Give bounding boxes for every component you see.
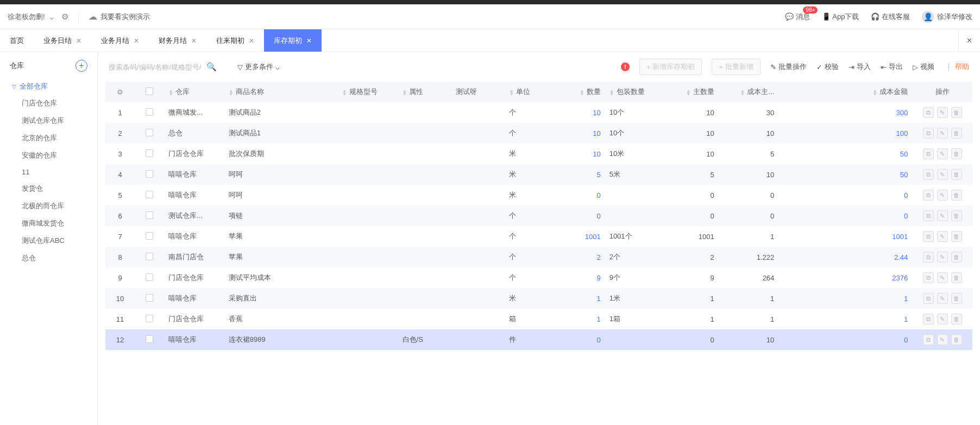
gear-icon[interactable]: ⚙ <box>117 88 123 96</box>
support-button[interactable]: 🎧 在线客服 <box>871 12 910 22</box>
tree-root[interactable]: ▽ 全部仓库 <box>0 78 97 95</box>
sort-icon[interactable]: ▲▼ <box>509 89 514 96</box>
import-button[interactable]: ⇥ 导入 <box>849 62 871 72</box>
tab-业务日结[interactable]: 业务日结✕ <box>34 29 91 52</box>
sort-icon[interactable]: ▲▼ <box>580 89 585 96</box>
edit-icon[interactable]: ✎ <box>937 334 948 345</box>
row-checkbox[interactable] <box>146 294 153 302</box>
sidebar-item[interactable]: 发货仓 <box>0 180 97 197</box>
close-all-tabs-button[interactable]: ✕ <box>958 29 980 52</box>
row-checkbox[interactable] <box>146 149 153 157</box>
sort-icon[interactable]: ▲▼ <box>168 89 173 96</box>
sidebar-item[interactable]: 11 <box>0 164 97 180</box>
table-row[interactable]: 10嘻嘻仓库采购直出米11米111⧉✎🗑 <box>105 288 972 309</box>
tab-往来期初[interactable]: 往来期初✕ <box>206 29 264 52</box>
table-row[interactable]: 5嘻嘻仓库呵呵米0000⧉✎🗑 <box>105 185 972 205</box>
copy-icon[interactable]: ⧉ <box>923 107 934 118</box>
sidebar-item[interactable]: 北京的仓库 <box>0 129 97 147</box>
tab-业务月结[interactable]: 业务月结✕ <box>91 29 149 52</box>
batch-operate-button[interactable]: ✎ 批量操作 <box>770 62 807 72</box>
row-checkbox[interactable] <box>146 129 153 136</box>
close-icon[interactable]: ✕ <box>134 37 139 45</box>
table-row[interactable]: 6测试仓库...项链个0000⧉✎🗑 <box>105 205 972 226</box>
table-row[interactable]: 12嘻嘻仓库连衣裙8989白色/S件00100⧉✎🗑 <box>105 329 972 350</box>
delete-icon[interactable]: 🗑 <box>951 334 962 345</box>
copy-icon[interactable]: ⧉ <box>923 314 934 324</box>
edit-icon[interactable]: ✎ <box>937 148 948 159</box>
sort-icon[interactable]: ▲▼ <box>342 89 347 96</box>
table-row[interactable]: 1微商城发...测试商品2个1010个1030300⧉✎🗑 <box>105 102 972 123</box>
delete-icon[interactable]: 🗑 <box>951 210 962 221</box>
sort-icon[interactable]: ▲▼ <box>403 89 407 96</box>
delete-icon[interactable]: 🗑 <box>951 231 962 242</box>
table-wrap[interactable]: ⚙ ▲▼仓库 ▲▼商品名称 ▲▼规格型号 ▲▼属性 测试呀 ▲▼单位 ▲▼数量 … <box>98 82 980 425</box>
close-icon[interactable]: ✕ <box>306 37 312 45</box>
delete-icon[interactable]: 🗑 <box>951 148 962 159</box>
copy-icon[interactable]: ⧉ <box>923 252 934 262</box>
close-icon[interactable]: ✕ <box>191 37 197 45</box>
edit-icon[interactable]: ✎ <box>937 314 948 324</box>
close-icon[interactable]: ✕ <box>76 37 81 45</box>
edit-icon[interactable]: ✎ <box>937 272 948 283</box>
more-filter-button[interactable]: ▽ 更多条件 ⌵ <box>237 62 280 72</box>
sort-icon[interactable]: ▲▼ <box>229 89 234 96</box>
copy-icon[interactable]: ⧉ <box>923 334 934 345</box>
delete-icon[interactable]: 🗑 <box>951 128 962 139</box>
delete-icon[interactable]: 🗑 <box>951 272 962 283</box>
copy-icon[interactable]: ⧉ <box>923 272 934 283</box>
delete-icon[interactable]: 🗑 <box>951 252 962 262</box>
copy-icon[interactable]: ⧉ <box>923 148 934 159</box>
delete-icon[interactable]: 🗑 <box>951 314 962 324</box>
search-icon[interactable]: 🔍 <box>206 62 217 72</box>
row-checkbox[interactable] <box>146 232 153 240</box>
row-checkbox[interactable] <box>146 211 153 219</box>
demo-link[interactable]: ☁ 我要看实例演示 <box>89 11 150 22</box>
sidebar-item[interactable]: 测试仓库仓库 <box>0 112 97 129</box>
app-download-button[interactable]: 📱 App下载 <box>822 12 859 22</box>
row-checkbox[interactable] <box>146 335 153 343</box>
help-button[interactable]: ❕ 帮助 <box>944 62 969 72</box>
copy-icon[interactable]: ⧉ <box>923 128 934 139</box>
gear-icon[interactable]: ⚙ <box>61 12 68 22</box>
user-menu[interactable]: 👤 徐泽华修改 <box>922 11 972 23</box>
table-row[interactable]: 7嘻嘻仓库苹果个10011001个100111001⧉✎🗑 <box>105 226 972 247</box>
row-checkbox[interactable] <box>146 170 153 178</box>
row-checkbox[interactable] <box>146 273 153 281</box>
delete-icon[interactable]: 🗑 <box>951 169 962 180</box>
edit-icon[interactable]: ✎ <box>937 169 948 180</box>
copy-icon[interactable]: ⧉ <box>923 169 934 180</box>
row-checkbox[interactable] <box>146 315 153 322</box>
table-row[interactable]: 11门店仓仓库香蕉箱11箱111⧉✎🗑 <box>105 309 972 329</box>
delete-icon[interactable]: 🗑 <box>951 190 962 201</box>
edit-icon[interactable]: ✎ <box>937 128 948 139</box>
edit-icon[interactable]: ✎ <box>937 231 948 242</box>
table-row[interactable]: 8南昌门店仓苹果个22个21.2222.44⧉✎🗑 <box>105 247 972 267</box>
video-button[interactable]: ▷ 视频 <box>913 62 934 72</box>
tab-财务月结[interactable]: 财务月结✕ <box>149 29 206 52</box>
edit-icon[interactable]: ✎ <box>937 107 948 118</box>
copy-icon[interactable]: ⧉ <box>923 210 934 221</box>
sort-icon[interactable]: ▲▼ <box>740 89 745 96</box>
close-icon[interactable]: ✕ <box>249 37 254 45</box>
copy-icon[interactable]: ⧉ <box>923 190 934 201</box>
edit-icon[interactable]: ✎ <box>937 190 948 201</box>
messages-button[interactable]: 💬 消息 99+ <box>785 12 810 22</box>
table-row[interactable]: 3门店仓仓库批次保质期米1010米10550⧉✎🗑 <box>105 143 972 164</box>
row-checkbox[interactable] <box>146 108 153 116</box>
tab-首页[interactable]: 首页 <box>0 29 34 52</box>
table-row[interactable]: 9门店仓仓库测试平均成本个99个92642376⧉✎🗑 <box>105 267 972 288</box>
row-checkbox[interactable] <box>146 253 153 260</box>
select-all-checkbox[interactable] <box>146 88 153 95</box>
sort-icon[interactable]: ▲▼ <box>610 89 614 96</box>
table-row[interactable]: 4嘻嘻仓库呵呵米55米51050⧉✎🗑 <box>105 164 972 185</box>
table-row[interactable]: 2总仓测试商品1个1010个1010100⧉✎🗑 <box>105 123 972 143</box>
sidebar-item[interactable]: 门店仓仓库 <box>0 95 97 112</box>
sidebar-item[interactable]: 测试仓库ABC <box>0 232 97 249</box>
add-warehouse-button[interactable]: + <box>76 60 87 72</box>
row-checkbox[interactable] <box>146 191 153 198</box>
sidebar-item[interactable]: 北极的而仓库 <box>0 197 97 215</box>
edit-icon[interactable]: ✎ <box>937 210 948 221</box>
sort-icon[interactable]: ▲▼ <box>686 89 691 96</box>
delete-icon[interactable]: 🗑 <box>951 293 962 304</box>
search-input[interactable] <box>109 63 201 71</box>
